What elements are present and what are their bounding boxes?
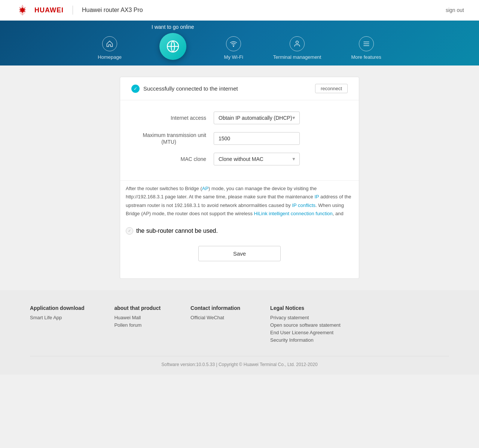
wifi-icon — [226, 36, 241, 51]
footer-col-app: Application download Smart Life App — [30, 305, 84, 345]
nav-label-wifi: My Wi-Fi — [224, 54, 243, 60]
mtu-row: Maximum transmission unit (MTU) — [131, 132, 348, 145]
footer-col-legal: Legal Notices Privacy statement Open sou… — [270, 305, 341, 345]
mtu-input[interactable] — [214, 132, 300, 145]
mac-clone-row: MAC clone Clone without MAC ▼ — [131, 153, 348, 165]
nav-item-homepage[interactable]: Homepage — [83, 31, 137, 65]
main-content: ✓ Successfully connected to the internet… — [0, 65, 479, 290]
connection-status-bar: ✓ Successfully connected to the internet… — [120, 77, 359, 100]
nav-item-go-online[interactable]: I want to go online — [137, 18, 209, 65]
logo-divider — [73, 6, 73, 15]
huawei-mall-link[interactable]: Huawei Mall — [114, 315, 161, 320]
security-info-link[interactable]: Security Information — [270, 337, 341, 343]
footer-col-product-heading: about that product — [114, 305, 161, 311]
open-source-link[interactable]: Open source software statement — [270, 322, 341, 328]
nav-item-wifi[interactable]: My Wi-Fi — [209, 31, 258, 65]
info-text: After the router switches to Bridge (AP)… — [120, 180, 359, 223]
footer-col-legal-heading: Legal Notices — [270, 305, 341, 311]
internet-access-select[interactable]: Obtain IP automatically (DHCP) — [214, 112, 300, 124]
nav-label-homepage: Homepage — [98, 54, 122, 60]
huawei-logo-icon — [15, 4, 30, 16]
checkbox-icon[interactable]: ✓ — [126, 227, 133, 235]
svg-point-7 — [233, 46, 234, 47]
form-area: Internet access Obtain IP automatically … — [120, 100, 359, 180]
header-title: Huawei router AX3 Pro — [82, 7, 143, 13]
brand-name: HUAWEI — [34, 6, 64, 14]
nav-items: Homepage I want to go online — [83, 18, 396, 65]
save-button[interactable]: Save — [198, 246, 281, 261]
footer-copyright: Software version:10.0.5.33 | Copyright ©… — [30, 356, 449, 367]
nav-item-terminal[interactable]: Terminal management — [258, 31, 336, 65]
nav-item-more[interactable]: More features — [336, 31, 396, 65]
main-nav: Homepage I want to go online — [0, 21, 479, 65]
save-wrap: Save — [120, 240, 359, 272]
globe-icon — [159, 33, 186, 60]
footer-col-contact-heading: Contact information — [190, 305, 240, 311]
smart-life-app-link[interactable]: Smart Life App — [30, 315, 84, 320]
sign-out-button[interactable]: sign out — [446, 7, 464, 13]
hilink-link[interactable]: HiLink intelligent connection function — [254, 211, 333, 216]
nav-label-more: More features — [351, 54, 381, 60]
mtu-label: Maximum transmission unit (MTU) — [131, 132, 214, 145]
svg-point-8 — [296, 41, 299, 44]
internet-access-label: Internet access — [131, 115, 214, 121]
terminal-icon — [290, 36, 305, 51]
footer-col-contact: Contact information Official WeChat — [190, 305, 240, 345]
settings-card: ✓ Successfully connected to the internet… — [120, 77, 359, 279]
logo-area: HUAWEI Huawei router AX3 Pro — [15, 4, 143, 16]
ip-link[interactable]: IP — [314, 194, 319, 199]
official-wechat-link[interactable]: Official WeChat — [190, 315, 240, 320]
internet-access-row: Internet access Obtain IP automatically … — [131, 112, 348, 124]
ip-conflicts-link[interactable]: IP conflicts — [292, 202, 315, 208]
check-icon: ✓ — [131, 85, 140, 93]
eula-link[interactable]: End User License Agreement — [270, 330, 341, 335]
mac-clone-select-wrap: Clone without MAC ▼ — [214, 153, 300, 165]
footer-col-product: about that product Huawei Mall Pollen fo… — [114, 305, 161, 345]
footer-links: Application download Smart Life App abou… — [30, 305, 449, 345]
privacy-statement-link[interactable]: Privacy statement — [270, 315, 341, 320]
checkbox-label: the sub-router cannot be used. — [136, 228, 218, 234]
ap-link[interactable]: AP — [202, 186, 208, 191]
header: HUAWEI Huawei router AX3 Pro sign out — [0, 0, 479, 21]
more-icon — [359, 36, 374, 51]
active-nav-wrap: I want to go online — [152, 24, 194, 60]
home-icon — [102, 36, 117, 51]
footer: Application download Smart Life App abou… — [0, 290, 479, 375]
mac-clone-select[interactable]: Clone without MAC — [214, 153, 300, 165]
checkbox-row: ✓ the sub-router cannot be used. — [120, 225, 359, 240]
footer-col-app-heading: Application download — [30, 305, 84, 311]
active-nav-label: I want to go online — [152, 24, 194, 30]
reconnect-button[interactable]: reconnect — [315, 84, 348, 93]
mac-clone-label: MAC clone — [131, 156, 214, 162]
internet-access-select-wrap: Obtain IP automatically (DHCP) ▼ — [214, 112, 300, 124]
pollen-forum-link[interactable]: Pollen forum — [114, 322, 161, 328]
nav-label-terminal: Terminal management — [273, 54, 321, 60]
status-text: Successfully connected to the internet — [143, 85, 238, 92]
